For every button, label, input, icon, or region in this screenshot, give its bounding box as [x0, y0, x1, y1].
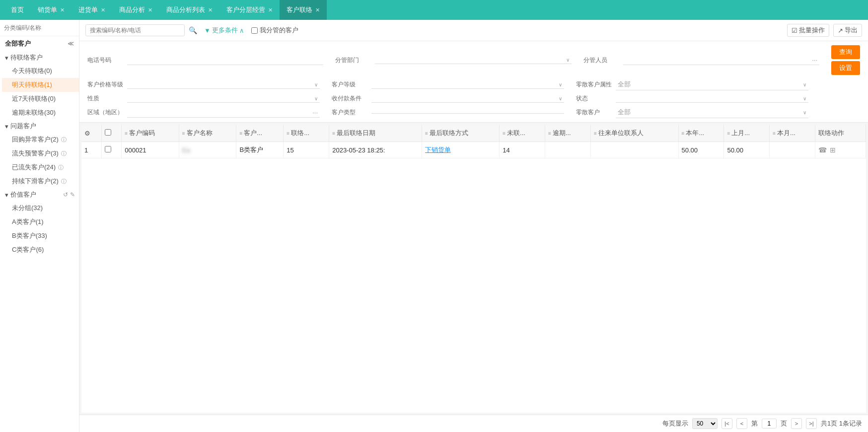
sidebar-item-churned[interactable]: 已流失客户(24) ⓘ [2, 160, 79, 174]
nav-customer-contact[interactable]: 客户联络 ✕ [280, 0, 327, 20]
nav-product-analysis[interactable]: 商品分析 ✕ [112, 0, 159, 20]
sidebar-item-class-c[interactable]: C类客户(6) [2, 243, 79, 257]
search-button-icon[interactable]: 🔍 [189, 26, 197, 34]
filter-row-1: 电话号码 分管部门 ∨ 分管人员 ··· 查询 [87, 45, 860, 75]
more-conditions-btn[interactable]: ▼ 更多条件 ∧ [201, 24, 247, 36]
sidebar-item-tomorrow-pending[interactable]: 明天待联络(1) [2, 78, 79, 92]
page-label: 第 [751, 419, 758, 428]
close-product-analysis-icon[interactable]: ✕ [148, 7, 152, 13]
page-number-input[interactable] [762, 419, 777, 429]
sidebar-search-bar: 🔍 [0, 20, 79, 36]
retail-attr-select[interactable]: 全部 ∨ [616, 79, 808, 90]
query-button[interactable]: 查询 [831, 45, 860, 59]
select-all-checkbox[interactable] [105, 129, 111, 136]
expand-value-icon: ▾ [5, 191, 8, 199]
th-last-contact-date[interactable]: ≡最后联络日期 [329, 125, 422, 142]
export-button[interactable]: ↗ 导出 [833, 24, 862, 37]
expand-pending-icon: ▾ [5, 54, 8, 62]
sidebar-item-class-b[interactable]: B类客户(33) [2, 229, 79, 243]
retail-customer-select[interactable]: 全部 ∨ [616, 107, 808, 118]
customer-type-select[interactable] [371, 111, 564, 114]
th-this-month[interactable]: ≡本月... [770, 125, 815, 142]
sidebar-item-declining[interactable]: 持续下滑客户(2) ⓘ [2, 174, 79, 188]
cell-overdue [545, 142, 591, 158]
phone-action-icon[interactable]: ☎ [818, 146, 827, 154]
nav-customer-tier[interactable]: 客户分层经营 ✕ [219, 0, 280, 20]
edit-value-icon[interactable]: ✎ [70, 191, 75, 198]
payment-terms-select[interactable]: ∨ [371, 95, 564, 103]
close-product-analysis-list-icon[interactable]: ✕ [208, 7, 213, 13]
status-select[interactable]: ∨ [616, 95, 808, 103]
collapse-icon[interactable]: ≪ [68, 40, 74, 47]
all-customers-header[interactable]: 全部客户 ≪ [0, 36, 79, 51]
th-customer-name[interactable]: ≡客户名称 [179, 125, 236, 142]
search-input[interactable] [85, 24, 185, 36]
th-contact[interactable]: ≡联络... [284, 125, 329, 142]
nav-product-analysis-list[interactable]: 商品分析列表 ✕ [159, 0, 219, 20]
right-action-buttons: ☑ 批量操作 ↗ 导出 [787, 24, 862, 37]
filter-bar: 🔍 ▼ 更多条件 ∧ 我分管的客户 ☑ 批量操作 ↗ 导出 [79, 20, 868, 41]
th-checkbox [101, 125, 122, 142]
th-not-contacted[interactable]: ≡未联... [500, 125, 545, 142]
sidebar-item-today-pending[interactable]: 今天待联络(0) [2, 64, 79, 78]
nature-select[interactable]: ∨ [127, 95, 320, 103]
th-last-month[interactable]: ≡上月... [724, 125, 770, 142]
sidebar-item-overdue-contact[interactable]: 逾期未联络(30) [2, 106, 79, 120]
my-customers-checkbox-label[interactable]: 我分管的客户 [251, 26, 298, 35]
dept-chevron-icon: ∨ [566, 57, 570, 63]
filter-row-4: 区域（地区） ··· 客户类型 零散客户 全部 ∨ [87, 107, 860, 118]
sidebar-item-7day-pending[interactable]: 近7天待联络(0) [2, 92, 79, 106]
prev-page-button[interactable]: < [736, 418, 747, 429]
sidebar-item-repurchase-abnormal[interactable]: 回购异常客户(2) ⓘ [2, 133, 79, 146]
nav-purchase-order[interactable]: 进货单 ✕ [72, 0, 112, 20]
th-unit-contact[interactable]: ≡往来单位联系人 [590, 125, 678, 142]
region-select[interactable]: ··· [127, 108, 320, 118]
batch-operation-button[interactable]: ☑ 批量操作 [787, 24, 829, 37]
th-this-year[interactable]: ≡本年... [678, 125, 724, 142]
cell-last-month: 50.00 [724, 142, 770, 158]
nav-sales-order[interactable]: 销货单 ✕ [31, 0, 72, 20]
th-customer-type[interactable]: ≡客户... [236, 125, 284, 142]
my-customers-checkbox[interactable] [251, 27, 258, 34]
sidebar-item-churn-warning[interactable]: 流失预警客户(3) ⓘ [2, 146, 79, 160]
th-last-contact-method[interactable]: ≡最后联络方式 [422, 125, 499, 142]
first-page-button[interactable]: |< [722, 418, 732, 429]
sidebar-item-class-a[interactable]: A类客户(1) [2, 215, 79, 229]
th-overdue[interactable]: ≡逾期... [545, 125, 591, 142]
per-page-select[interactable]: 50 100 200 [692, 418, 718, 429]
status-chevron-icon: ∨ [803, 96, 806, 101]
customer-level-field: 客户等级 ∨ [332, 80, 564, 89]
table-header-row: ⚙ ≡客户编码 ≡客户名称 ≡客户... [81, 125, 866, 142]
close-customer-tier-icon[interactable]: ✕ [268, 7, 273, 13]
cell-last-contact-method[interactable]: 下销货单 [422, 142, 499, 158]
table-body: 1 000021 Ea B类客户 15 2023-05-23 18:25: 下销… [81, 142, 866, 158]
last-page-button[interactable]: >| [806, 418, 817, 429]
th-customer-code[interactable]: ≡客户编码 [122, 125, 179, 142]
close-customer-contact-icon[interactable]: ✕ [315, 7, 320, 13]
settings-icon[interactable]: ⚙ [84, 130, 90, 137]
sidebar-item-ungrouped[interactable]: 未分组(32) [2, 201, 79, 215]
refresh-value-icon[interactable]: ↺ [63, 191, 68, 198]
customer-level-select[interactable]: ∨ [371, 81, 564, 89]
sidebar-search-input[interactable] [4, 24, 78, 31]
reset-button[interactable]: 设置 [831, 61, 860, 75]
nature-chevron-icon: ∨ [314, 96, 318, 101]
main-layout: 🔍 全部客户 ≪ ▾ 待联络客户 今天待联络(0) 明天待联络(1) 近7天待联… [0, 20, 868, 432]
close-sales-order-icon[interactable]: ✕ [60, 7, 65, 13]
person-select[interactable]: ··· [623, 55, 819, 65]
row-checkbox[interactable] [105, 146, 111, 152]
next-page-button[interactable]: > [791, 418, 802, 429]
dept-select[interactable]: ∨ [375, 56, 571, 64]
customers-table: ⚙ ≡客户编码 ≡客户名称 ≡客户... [81, 125, 866, 158]
problem-customers-group[interactable]: ▾ 问题客户 [0, 120, 79, 133]
close-purchase-order-icon[interactable]: ✕ [101, 7, 105, 13]
price-level-select[interactable]: ∨ [127, 81, 320, 89]
last-contact-method-link[interactable]: 下销货单 [425, 146, 451, 153]
pending-contact-group[interactable]: ▾ 待联络客户 [0, 51, 79, 64]
grid-action-icon[interactable]: ⊞ [830, 146, 836, 154]
customer-type-field: 客户类型 [332, 108, 564, 117]
top-navigation: 首页 销货单 ✕ 进货单 ✕ 商品分析 ✕ 商品分析列表 ✕ 客户分层经营 ✕ … [0, 0, 868, 20]
value-customers-group[interactable]: ▾ 价值客户 ↺ ✎ [0, 188, 79, 201]
nav-home[interactable]: 首页 [4, 0, 31, 20]
phone-input[interactable] [127, 56, 323, 65]
